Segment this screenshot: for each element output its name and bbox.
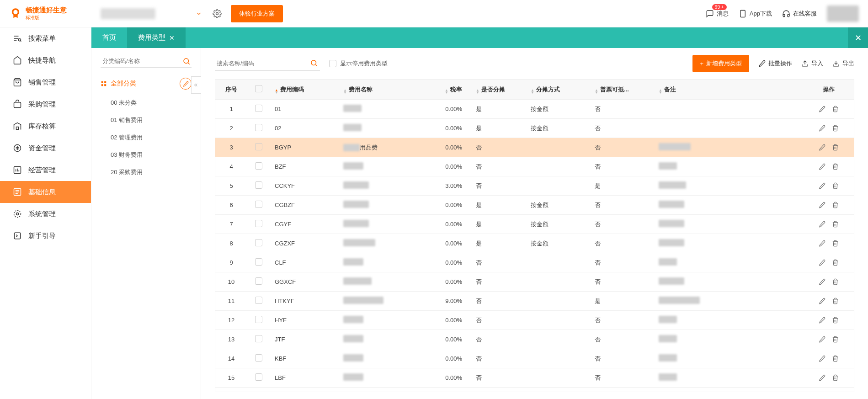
table-row[interactable]: 4BZF0.00%否否 bbox=[215, 157, 854, 176]
th-name[interactable]: ▲▼费用名称 bbox=[339, 80, 426, 100]
edit-row-button[interactable] bbox=[819, 202, 825, 208]
table-row[interactable]: 1010.00%是按金额否 bbox=[215, 100, 854, 119]
edit-row-button[interactable] bbox=[819, 163, 825, 170]
checkbox-icon[interactable] bbox=[255, 239, 262, 246]
category-item[interactable]: 20 采购费用 bbox=[91, 164, 201, 181]
delete-row-button[interactable] bbox=[832, 163, 839, 170]
cell-checkbox[interactable] bbox=[247, 311, 270, 330]
checkbox-icon[interactable] bbox=[255, 124, 262, 131]
edit-row-button[interactable] bbox=[819, 298, 825, 304]
edit-row-button[interactable] bbox=[819, 259, 825, 266]
delete-row-button[interactable] bbox=[832, 278, 839, 285]
gear-icon[interactable] bbox=[213, 9, 222, 18]
app-download-link[interactable]: App下载 bbox=[739, 10, 772, 18]
category-edit-button[interactable] bbox=[180, 78, 192, 90]
edit-row-button[interactable] bbox=[819, 125, 825, 132]
th-seq[interactable]: 序号 bbox=[215, 80, 247, 100]
checkbox-icon[interactable] bbox=[255, 297, 262, 304]
cell-checkbox[interactable] bbox=[247, 368, 270, 388]
cell-checkbox[interactable] bbox=[247, 349, 270, 368]
cell-checkbox[interactable] bbox=[247, 119, 270, 138]
checkbox-icon[interactable] bbox=[255, 162, 262, 170]
table-row[interactable]: 14KBF0.00%否否 bbox=[215, 349, 854, 368]
search-icon[interactable] bbox=[182, 57, 191, 65]
checkbox-icon[interactable] bbox=[255, 201, 262, 208]
checkbox-icon[interactable] bbox=[329, 60, 336, 67]
table-row[interactable]: 3BGYP用品费0.00%否否 bbox=[215, 138, 854, 157]
sidebar-item-inventory[interactable]: 库存核算 bbox=[0, 115, 91, 137]
delete-row-button[interactable] bbox=[832, 106, 839, 112]
cell-checkbox[interactable] bbox=[247, 176, 270, 196]
delete-row-button[interactable] bbox=[832, 125, 839, 132]
delete-row-button[interactable] bbox=[832, 298, 839, 304]
edit-row-button[interactable] bbox=[819, 278, 825, 285]
customer-service-link[interactable]: 在线客服 bbox=[782, 10, 817, 18]
th-share-method[interactable]: ▲▼分摊方式 bbox=[526, 80, 590, 100]
edit-row-button[interactable] bbox=[819, 106, 825, 112]
table-row[interactable]: 12HYF0.00%否否 bbox=[215, 311, 854, 330]
table-row[interactable]: 9CLF0.00%否否 bbox=[215, 253, 854, 272]
th-checkbox[interactable] bbox=[247, 80, 270, 100]
table-row[interactable]: 6CGBZF0.00%是按金额否 bbox=[215, 196, 854, 215]
sidebar-item-system[interactable]: 系统管理 bbox=[0, 203, 91, 225]
table-row[interactable]: 15LBF0.00%否否 bbox=[215, 368, 854, 388]
checkbox-icon[interactable] bbox=[255, 258, 262, 266]
delete-row-button[interactable] bbox=[832, 221, 839, 228]
cell-checkbox[interactable] bbox=[247, 100, 270, 119]
export-link[interactable]: 导出 bbox=[832, 59, 854, 68]
th-tax[interactable]: ▲▼税率 bbox=[426, 80, 471, 100]
batch-action-link[interactable]: 批量操作 bbox=[758, 59, 792, 68]
cell-checkbox[interactable] bbox=[247, 138, 270, 157]
checkbox-icon[interactable] bbox=[255, 105, 262, 112]
checkbox-icon[interactable] bbox=[255, 373, 262, 381]
edit-row-button[interactable] bbox=[819, 144, 825, 151]
category-item[interactable]: 02 管理费用 bbox=[91, 129, 201, 146]
edit-row-button[interactable] bbox=[819, 355, 825, 362]
category-search-input[interactable] bbox=[101, 55, 192, 68]
delete-row-button[interactable] bbox=[832, 144, 839, 151]
sidebar-item-quick-nav[interactable]: 快捷导航 bbox=[0, 49, 91, 71]
tab-expense-type[interactable]: 费用类型 ✕ bbox=[127, 27, 186, 48]
search-icon[interactable] bbox=[310, 59, 318, 67]
edit-row-button[interactable] bbox=[819, 240, 825, 247]
th-is-share[interactable]: ▲▼是否分摊 bbox=[471, 80, 526, 100]
sidebar-item-business[interactable]: 经营管理 bbox=[0, 159, 91, 181]
sidebar-item-purchase[interactable]: 采购管理 bbox=[0, 93, 91, 115]
tab-home[interactable]: 首页 bbox=[91, 27, 127, 48]
cell-checkbox[interactable] bbox=[247, 292, 270, 311]
cell-checkbox[interactable] bbox=[247, 234, 270, 253]
table-row[interactable]: 11HTKYF9.00%否是 bbox=[215, 292, 854, 311]
table-row[interactable]: 13JTF0.00%否否 bbox=[215, 330, 854, 349]
cell-checkbox[interactable] bbox=[247, 253, 270, 272]
sidebar-item-search-menu[interactable]: 搜索菜单 bbox=[0, 27, 91, 49]
checkbox-icon[interactable] bbox=[255, 316, 262, 323]
sidebar-item-basic-info[interactable]: 基础信息 bbox=[0, 181, 91, 203]
promo-button[interactable]: 体验行业方案 bbox=[231, 5, 283, 22]
delete-row-button[interactable] bbox=[832, 259, 839, 266]
edit-row-button[interactable] bbox=[819, 221, 825, 228]
table-row[interactable]: 10GGXCF0.00%否否 bbox=[215, 272, 854, 292]
delete-row-button[interactable] bbox=[832, 374, 839, 381]
show-disabled-checkbox[interactable]: 显示停用费用类型 bbox=[329, 59, 388, 68]
edit-row-button[interactable] bbox=[819, 374, 825, 381]
checkbox-icon[interactable] bbox=[255, 335, 262, 342]
table-row[interactable]: 5CCKYF3.00%否是 bbox=[215, 176, 854, 196]
delete-row-button[interactable] bbox=[832, 336, 839, 343]
cell-checkbox[interactable] bbox=[247, 272, 270, 292]
cell-checkbox[interactable] bbox=[247, 215, 270, 234]
cell-checkbox[interactable] bbox=[247, 196, 270, 215]
checkbox-icon[interactable] bbox=[255, 85, 262, 92]
close-all-tabs[interactable]: ✕ bbox=[848, 27, 868, 48]
edit-row-button[interactable] bbox=[819, 182, 825, 189]
category-item[interactable]: 00 未分类 bbox=[91, 94, 201, 112]
sidebar-item-sales[interactable]: 销售管理 bbox=[0, 71, 91, 93]
delete-row-button[interactable] bbox=[832, 317, 839, 324]
sidebar-item-guide[interactable]: 新手引导 bbox=[0, 225, 91, 247]
checkbox-icon[interactable] bbox=[255, 143, 262, 150]
edit-row-button[interactable] bbox=[819, 317, 825, 324]
checkbox-icon[interactable] bbox=[255, 220, 262, 227]
checkbox-icon[interactable] bbox=[255, 354, 262, 362]
cell-checkbox[interactable] bbox=[247, 157, 270, 176]
cell-checkbox[interactable] bbox=[247, 330, 270, 349]
edit-row-button[interactable] bbox=[819, 336, 825, 343]
